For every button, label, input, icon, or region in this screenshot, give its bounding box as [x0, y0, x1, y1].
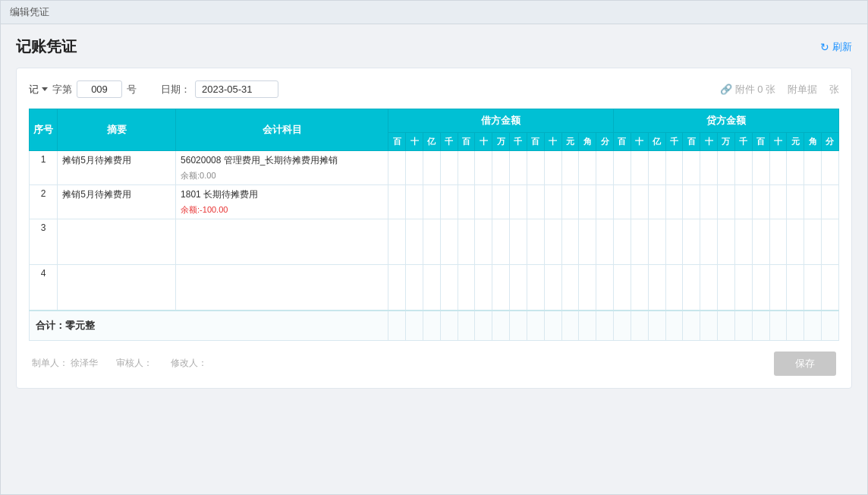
row-summary-4[interactable]: [58, 265, 176, 311]
debit-cell-2-6[interactable]: [492, 219, 510, 265]
credit-cell-3-25[interactable]: [821, 265, 838, 311]
debit-cell-2-8[interactable]: [527, 219, 544, 265]
credit-cell-0-25[interactable]: [821, 151, 838, 185]
credit-cell-0-17[interactable]: [683, 151, 700, 185]
credit-cell-2-24[interactable]: [804, 219, 822, 265]
credit-cell-3-20[interactable]: [734, 265, 752, 311]
credit-cell-2-22[interactable]: [769, 219, 787, 265]
credit-cell-2-20[interactable]: [734, 219, 752, 265]
debit-cell-2-7[interactable]: [510, 219, 527, 265]
debit-cell-3-12[interactable]: [596, 265, 614, 311]
debit-cell-0-5[interactable]: [475, 151, 492, 185]
credit-cell-2-23[interactable]: [787, 219, 804, 265]
credit-cell-1-23[interactable]: [787, 185, 804, 219]
debit-cell-3-10[interactable]: [561, 265, 579, 311]
voucher-number-input[interactable]: [77, 80, 122, 98]
debit-cell-1-4[interactable]: [458, 185, 475, 219]
credit-cell-0-13[interactable]: [614, 151, 631, 185]
credit-cell-2-19[interactable]: [718, 219, 735, 265]
debit-cell-1-8[interactable]: [527, 185, 544, 219]
credit-cell-2-18[interactable]: [700, 219, 718, 265]
table-row[interactable]: 4: [30, 265, 839, 311]
debit-cell-3-1[interactable]: [406, 265, 423, 311]
debit-cell-1-9[interactable]: [544, 185, 561, 219]
row-summary-1[interactable]: 摊销5月待摊费用: [58, 151, 176, 185]
save-button[interactable]: 保存: [774, 352, 836, 376]
table-row[interactable]: 1摊销5月待摊费用56020008 管理费用_长期待摊费用摊销余额:0.00: [30, 151, 839, 185]
row-account-1[interactable]: 56020008 管理费用_长期待摊费用摊销余额:0.00: [176, 151, 388, 185]
debit-cell-2-0[interactable]: [388, 219, 406, 265]
credit-cell-3-17[interactable]: [683, 265, 700, 311]
credit-cell-1-17[interactable]: [683, 185, 700, 219]
debit-cell-0-11[interactable]: [579, 151, 596, 185]
debit-cell-1-1[interactable]: [406, 185, 423, 219]
credit-cell-2-13[interactable]: [614, 219, 631, 265]
credit-cell-3-14[interactable]: [631, 265, 648, 311]
credit-cell-1-14[interactable]: [631, 185, 648, 219]
credit-cell-3-24[interactable]: [804, 265, 822, 311]
credit-cell-1-25[interactable]: [821, 185, 838, 219]
debit-cell-2-3[interactable]: [440, 219, 458, 265]
date-input[interactable]: [195, 80, 278, 98]
debit-cell-0-8[interactable]: [527, 151, 544, 185]
credit-cell-1-22[interactable]: [769, 185, 787, 219]
credit-cell-2-15[interactable]: [648, 219, 665, 265]
credit-cell-1-20[interactable]: [734, 185, 752, 219]
credit-cell-0-15[interactable]: [648, 151, 665, 185]
debit-cell-2-1[interactable]: [406, 219, 423, 265]
debit-cell-3-5[interactable]: [475, 265, 492, 311]
credit-cell-1-16[interactable]: [665, 185, 683, 219]
debit-cell-2-9[interactable]: [544, 219, 561, 265]
row-account-4[interactable]: [176, 265, 388, 311]
table-row[interactable]: 3: [30, 219, 839, 265]
debit-cell-3-6[interactable]: [492, 265, 510, 311]
debit-cell-2-2[interactable]: [423, 219, 440, 265]
debit-cell-1-6[interactable]: [492, 185, 510, 219]
credit-cell-3-13[interactable]: [614, 265, 631, 311]
debit-cell-3-4[interactable]: [458, 265, 475, 311]
row-account-2[interactable]: 1801 长期待摊费用余额:-100.00: [176, 185, 388, 219]
debit-cell-3-7[interactable]: [510, 265, 527, 311]
row-summary-2[interactable]: 摊销5月待摊费用: [58, 185, 176, 219]
credit-cell-1-18[interactable]: [700, 185, 718, 219]
debit-cell-1-11[interactable]: [579, 185, 596, 219]
debit-cell-3-9[interactable]: [544, 265, 561, 311]
credit-cell-2-25[interactable]: [821, 219, 838, 265]
credit-cell-3-15[interactable]: [648, 265, 665, 311]
credit-cell-0-23[interactable]: [787, 151, 804, 185]
row-summary-3[interactable]: [58, 219, 176, 265]
row-account-3[interactable]: [176, 219, 388, 265]
credit-cell-0-16[interactable]: [665, 151, 683, 185]
debit-cell-0-1[interactable]: [406, 151, 423, 185]
debit-cell-0-3[interactable]: [440, 151, 458, 185]
credit-cell-3-18[interactable]: [700, 265, 718, 311]
debit-cell-0-10[interactable]: [561, 151, 579, 185]
credit-cell-1-21[interactable]: [752, 185, 769, 219]
credit-cell-1-15[interactable]: [648, 185, 665, 219]
voucher-type-select[interactable]: 记: [29, 83, 48, 96]
debit-cell-1-2[interactable]: [423, 185, 440, 219]
debit-cell-0-0[interactable]: [388, 151, 406, 185]
credit-cell-1-19[interactable]: [718, 185, 735, 219]
debit-cell-0-6[interactable]: [492, 151, 510, 185]
credit-cell-0-20[interactable]: [734, 151, 752, 185]
refresh-button[interactable]: ↻ 刷新: [820, 40, 852, 54]
credit-cell-0-18[interactable]: [700, 151, 718, 185]
debit-cell-3-2[interactable]: [423, 265, 440, 311]
attachment-link[interactable]: 附单据: [788, 83, 817, 96]
debit-cell-2-4[interactable]: [458, 219, 475, 265]
credit-cell-1-24[interactable]: [804, 185, 822, 219]
credit-cell-2-21[interactable]: [752, 219, 769, 265]
credit-cell-2-16[interactable]: [665, 219, 683, 265]
credit-cell-0-14[interactable]: [631, 151, 648, 185]
debit-cell-1-7[interactable]: [510, 185, 527, 219]
debit-cell-0-2[interactable]: [423, 151, 440, 185]
debit-cell-1-10[interactable]: [561, 185, 579, 219]
credit-cell-3-16[interactable]: [665, 265, 683, 311]
debit-cell-2-11[interactable]: [579, 219, 596, 265]
credit-cell-0-22[interactable]: [769, 151, 787, 185]
debit-cell-1-5[interactable]: [475, 185, 492, 219]
credit-cell-0-19[interactable]: [718, 151, 735, 185]
debit-cell-3-8[interactable]: [527, 265, 544, 311]
debit-cell-3-3[interactable]: [440, 265, 458, 311]
